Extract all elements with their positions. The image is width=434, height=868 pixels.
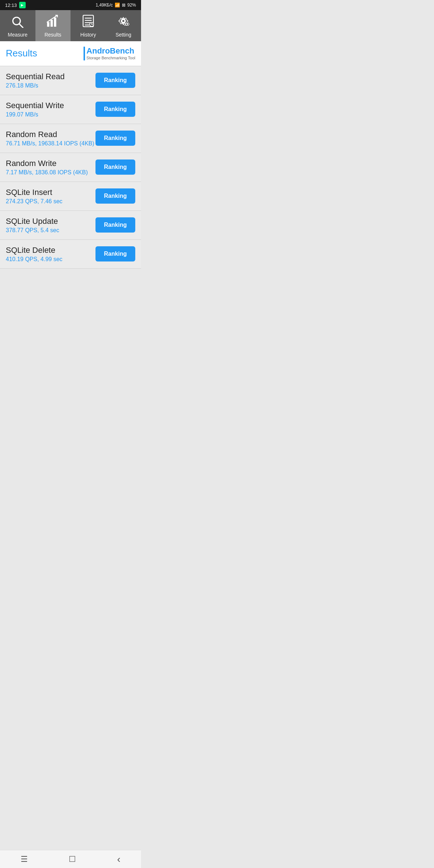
history-icon xyxy=(81,14,95,30)
svg-point-18 xyxy=(128,22,129,23)
benchmark-item: Sequential Write 199.07 MB/s Ranking xyxy=(0,95,141,124)
tab-setting[interactable]: Setting xyxy=(106,10,141,41)
benchmark-info: Random Read 76.71 MB/s, 19638.14 IOPS (4… xyxy=(6,130,94,147)
benchmark-item: SQLite Insert 274.23 QPS, 7.46 sec Ranki… xyxy=(0,182,141,211)
brand-text: AndroBench Storage Benchmarking Tool xyxy=(86,46,135,61)
ranking-button[interactable]: Ranking xyxy=(95,246,135,261)
play-icon xyxy=(19,2,26,8)
tab-setting-label: Setting xyxy=(115,32,131,38)
benchmark-name: Sequential Write xyxy=(6,101,64,110)
benchmark-info: SQLite Insert 274.23 QPS, 7.46 sec xyxy=(6,188,63,205)
brand-logo: AndroBench Storage Benchmarking Tool xyxy=(84,46,135,61)
network-speed: 1,49КБ/с xyxy=(95,3,113,8)
ranking-button[interactable]: Ranking xyxy=(95,188,135,204)
battery-level: 92% xyxy=(127,3,136,8)
svg-rect-3 xyxy=(51,20,53,26)
benchmark-item: Sequential Read 276.18 MB/s Ranking xyxy=(0,66,141,95)
benchmark-item: SQLite Delete 410.19 QPS, 4.99 sec Ranki… xyxy=(0,240,141,269)
tab-history[interactable]: History xyxy=(71,10,106,41)
svg-rect-2 xyxy=(47,22,49,27)
benchmark-list: Sequential Read 276.18 MB/s Ranking Sequ… xyxy=(0,66,141,269)
status-bar-left: 12:13 xyxy=(5,2,26,8)
ranking-button[interactable]: Ranking xyxy=(95,217,135,233)
svg-point-17 xyxy=(124,22,125,23)
svg-point-20 xyxy=(128,25,129,25)
benchmark-name: SQLite Delete xyxy=(6,246,63,255)
status-time: 12:13 xyxy=(5,3,17,8)
svg-rect-4 xyxy=(54,17,56,26)
benchmark-name: Random Write xyxy=(6,159,88,168)
brand-bar xyxy=(84,47,85,60)
sim-icon: ⊠ xyxy=(122,3,125,8)
brand-second: Bench xyxy=(110,46,134,55)
results-header: Results AndroBench Storage Benchmarking … xyxy=(0,41,141,66)
ranking-button[interactable]: Ranking xyxy=(95,73,135,88)
brand-name: AndroBench xyxy=(86,46,135,56)
benchmark-value: 7.17 MB/s, 1836.08 IOPS (4KB) xyxy=(6,169,88,176)
svg-point-19 xyxy=(124,25,125,25)
measure-icon xyxy=(11,14,25,30)
status-bar-right: 1,49КБ/с 📶 ⊠ 92% xyxy=(95,3,136,8)
benchmark-item: SQLite Update 378.77 QPS, 5.4 sec Rankin… xyxy=(0,211,141,240)
benchmark-info: Sequential Read 276.18 MB/s xyxy=(6,72,65,89)
benchmark-name: Sequential Read xyxy=(6,72,65,81)
tab-history-label: History xyxy=(80,32,96,38)
benchmark-value: 378.77 QPS, 5.4 sec xyxy=(6,227,59,234)
benchmark-value: 410.19 QPS, 4.99 sec xyxy=(6,256,63,263)
benchmark-item: Random Write 7.17 MB/s, 1836.08 IOPS (4K… xyxy=(0,153,141,182)
ranking-button[interactable]: Ranking xyxy=(95,131,135,146)
benchmark-info: Sequential Write 199.07 MB/s xyxy=(6,101,64,118)
benchmark-value: 274.23 QPS, 7.46 sec xyxy=(6,198,63,205)
benchmark-value: 76.71 MB/s, 19638.14 IOPS (4KB) xyxy=(6,140,94,147)
benchmark-name: Random Read xyxy=(6,130,94,139)
benchmark-name: SQLite Update xyxy=(6,217,59,226)
ranking-button[interactable]: Ranking xyxy=(95,102,135,117)
brand-sub: Storage Benchmarking Tool xyxy=(86,56,135,60)
tab-results-label: Results xyxy=(44,32,61,38)
tab-measure-label: Measure xyxy=(8,32,27,38)
svg-point-14 xyxy=(122,20,125,22)
benchmark-info: SQLite Update 378.77 QPS, 5.4 sec xyxy=(6,217,59,234)
benchmark-info: Random Write 7.17 MB/s, 1836.08 IOPS (4K… xyxy=(6,159,88,176)
status-bar: 12:13 1,49КБ/с 📶 ⊠ 92% xyxy=(0,0,141,10)
setting-icon xyxy=(116,14,130,30)
brand-first: Andro xyxy=(86,46,110,55)
tab-results[interactable]: Results xyxy=(35,10,71,41)
benchmark-name: SQLite Insert xyxy=(6,188,63,197)
tab-bar: Measure Results xyxy=(0,10,141,41)
benchmark-value: 276.18 MB/s xyxy=(6,82,65,89)
tab-measure[interactable]: Measure xyxy=(0,10,35,41)
svg-point-21 xyxy=(124,24,124,24)
benchmark-info: SQLite Delete 410.19 QPS, 4.99 sec xyxy=(6,246,63,263)
benchmark-value: 199.07 MB/s xyxy=(6,111,64,118)
results-icon xyxy=(46,14,60,30)
svg-point-15 xyxy=(124,22,129,26)
wifi-icon: 📶 xyxy=(115,3,120,8)
svg-point-22 xyxy=(129,24,129,24)
results-page-title: Results xyxy=(6,48,37,59)
benchmark-item: Random Read 76.71 MB/s, 19638.14 IOPS (4… xyxy=(0,124,141,153)
ranking-button[interactable]: Ranking xyxy=(95,159,135,175)
svg-line-1 xyxy=(19,24,23,27)
